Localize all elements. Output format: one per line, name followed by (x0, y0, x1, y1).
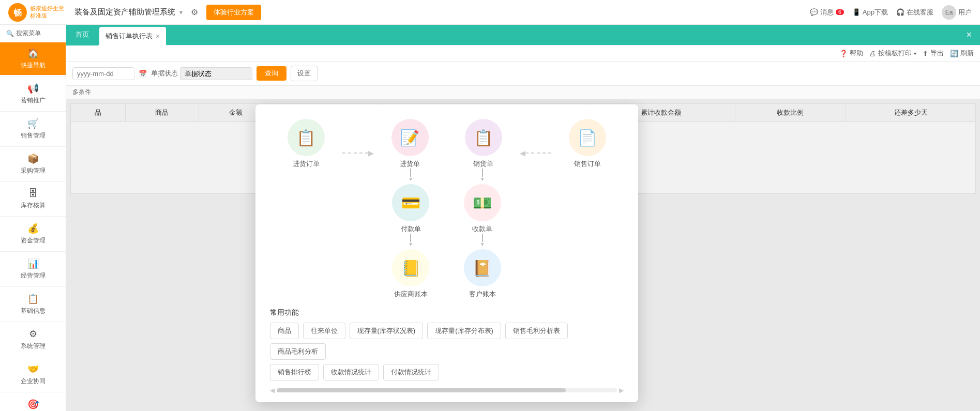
arrow-down-purchase-bill: ▼ (375, 169, 446, 182)
settings-icon[interactable]: ⚙ (191, 7, 198, 17)
flow-row-2: 💳 付款单 💵 收款单 (270, 184, 624, 234)
flow-node-purchase-bill[interactable]: 📝 进货单 (374, 119, 446, 169)
window-close-icon[interactable]: × (966, 29, 972, 40)
help-button[interactable]: ❓ 帮助 (839, 49, 863, 58)
sidebar-nav: 🏠快捷导航📢营销推广🛒销售管理📦采购管理🗄库存核算💰资金管理📊经营管理📋基础信息… (0, 42, 66, 411)
sidebar-label-basic-info: 基础信息 (21, 307, 46, 315)
logo-area: 畅 畅康通好生意 标准版 (8, 3, 74, 22)
scroll-left-icon[interactable]: ◀ (270, 387, 275, 394)
sidebar-item-system[interactable]: ⚙系统管理 (0, 323, 66, 356)
print-icon: 🖨 (869, 50, 876, 57)
func-btn-1[interactable]: 往来单位 (303, 323, 345, 339)
set-button[interactable]: 设置 (291, 66, 318, 81)
sidebar-item-purchase[interactable]: 📦采购管理 (0, 148, 66, 180)
func-btn-4[interactable]: 销售毛利分析表 (505, 323, 568, 339)
scrollbar-track[interactable] (277, 388, 617, 392)
arrow-down-receipt: ▼ (446, 234, 518, 247)
purchase-bill-icon: 📝 (391, 119, 429, 156)
flow-node-supplier-ledger[interactable]: 📒 供应商账本 (375, 249, 446, 299)
sidebar-icon-system: ⚙ (29, 328, 37, 340)
message-item[interactable]: 💬 消息 6 (810, 8, 844, 17)
refresh-button[interactable]: 🔄 刷新 (950, 49, 974, 58)
sidebar-label-finance: 资金管理 (21, 236, 46, 245)
message-icon: 💬 (810, 8, 818, 16)
search-menu-item[interactable]: 🔍 快捷导航 搜索菜单 (0, 25, 66, 42)
flow-node-purchase-order[interactable]: 📋 进货订单 (270, 119, 342, 169)
sidebar-item-enterprise[interactable]: 🤝企业协同 (0, 358, 66, 391)
sales-bill-label: 销货单 (473, 159, 493, 169)
arrow-down-sales-bill: ▼ (446, 169, 518, 182)
search-icon: 🔍 (6, 30, 14, 37)
flow-row-1: 📋 进货订单 ▶ 📝 进货单 (270, 119, 624, 169)
purchase-order-icon: 📋 (288, 119, 325, 156)
template-print-button[interactable]: 🖨 按模板打印 ▾ (869, 49, 916, 58)
sidebar-item-operation[interactable]: 📊经营管理 (0, 253, 66, 285)
export-icon: ⬆ (923, 50, 928, 57)
app-download-icon: 📱 (852, 8, 861, 16)
common-functions-section: 常用功能 商品往来单位现存量(库存状况表)现存量(库存分布表)销售毛利分析表商品… (270, 308, 624, 380)
date-start-input[interactable] (72, 67, 134, 80)
sidebar-item-basic-info[interactable]: 📋基础信息 (0, 288, 66, 321)
user-item[interactable]: Ea 用户 (942, 5, 972, 20)
more-conditions[interactable]: 多条件 (66, 86, 980, 99)
arrow-down-payment: ▼ (375, 234, 446, 247)
print-dropdown-icon: ▾ (914, 51, 916, 56)
scrollbar-thumb (277, 388, 566, 392)
table-area: 品商品金额预估毛利预估毛利率订金累计收款金额收款比例还差多少天 暂无数据 (66, 99, 980, 411)
sidebar-icon-inventory: 🗄 (28, 188, 38, 199)
sidebar-label-inventory: 库存核算 (21, 201, 46, 210)
flow-node-customer-ledger[interactable]: 📔 客户账本 (446, 249, 518, 299)
tab-sales-order-exec[interactable]: 销售订单执行表 × (99, 27, 166, 45)
system-title-area: 装备及固定资产辅助管理系统 ▾ ⚙ 体验行业方案 (74, 5, 810, 20)
flow-node-sales-order[interactable]: 📄 销售订单 (551, 119, 624, 169)
sidebar-label-enterprise: 企业协同 (21, 377, 46, 386)
payment-label: 付款单 (401, 224, 421, 234)
sales-order-icon: 📄 (569, 119, 606, 156)
sidebar-label-purchase: 采购管理 (21, 166, 46, 175)
sidebar-item-quick-nav[interactable]: 🏠快捷导航 (0, 42, 66, 75)
func-btn-3[interactable]: 现存量(库存分布表) (427, 323, 501, 339)
headset-icon: 🎧 (896, 8, 904, 16)
scroll-right-icon[interactable]: ▶ (619, 387, 624, 394)
sidebar-icon-enterprise: 🤝 (27, 363, 39, 375)
sidebar-item-finance[interactable]: 💰资金管理 (0, 218, 66, 250)
calendar-icon[interactable]: 📅 (139, 70, 147, 78)
status-select[interactable]: 单据状态 (180, 67, 252, 80)
sidebar-item-inventory[interactable]: 🗄库存核算 (0, 183, 66, 215)
customer-ledger-icon: 📔 (464, 249, 501, 286)
receipt-label: 收款单 (472, 224, 492, 234)
func-btn-2[interactable]: 现存量(库存状况表) (350, 323, 424, 339)
supplier-ledger-icon: 📒 (392, 249, 429, 286)
sidebar-item-sales[interactable]: 🛒销售管理 (0, 113, 66, 145)
online-service-item[interactable]: 🎧 在线客服 (896, 8, 933, 17)
export-button[interactable]: ⬆ 导出 (923, 49, 944, 58)
flow-diagram: 📋 进货订单 ▶ 📝 进货单 (270, 119, 624, 299)
search-button[interactable]: 查询 (257, 66, 287, 81)
func-btn-5[interactable]: 商品毛利分析 (270, 343, 326, 360)
spacer-left (270, 169, 341, 182)
flow-node-sales-bill[interactable]: 📋 销货单 (447, 119, 520, 169)
flow-node-payment[interactable]: 💳 付款单 (375, 184, 446, 234)
flow-arrow-purchase-order-to-bill: ▶ (342, 149, 374, 169)
supplier-ledger-label: 供应商账本 (394, 290, 428, 299)
tab-home[interactable]: 首页 (66, 25, 98, 45)
sidebar-item-guide[interactable]: 🎯新手引导 (0, 393, 66, 411)
func-btn-0[interactable]: 商品 (270, 323, 299, 339)
system-dropdown-icon[interactable]: ▾ (179, 9, 183, 16)
func-btn-8[interactable]: 付款情况统计 (383, 364, 439, 380)
trial-button[interactable]: 体验行业方案 (206, 5, 261, 20)
sidebar-label-quick-nav: 快捷导航 (21, 61, 46, 70)
tab-close-icon[interactable]: × (156, 32, 160, 40)
purchase-bill-label: 进货单 (400, 159, 420, 169)
flow-arrow-sales-order-to-bill: ◀ (520, 149, 551, 169)
func-btn-6[interactable]: 销售排行榜 (270, 364, 319, 380)
flow-node-receipt[interactable]: 💵 收款单 (446, 184, 518, 234)
func-btn-7[interactable]: 收款情况统计 (323, 364, 379, 380)
search-bar: 📅 单据状态 单据状态 查询 设置 (66, 62, 980, 86)
status-select-wrapper: 单据状态 (180, 67, 252, 80)
app-download-item[interactable]: 📱 App下载 (852, 8, 888, 17)
payment-icon: 💳 (392, 184, 429, 221)
func-buttons-row2: 销售排行榜收款情况统计付款情况统计 (270, 364, 624, 380)
sidebar-item-marketing[interactable]: 📢营销推广 (0, 78, 66, 110)
flow-vertical-arrows-row2: ▼ ▼ (270, 234, 624, 247)
